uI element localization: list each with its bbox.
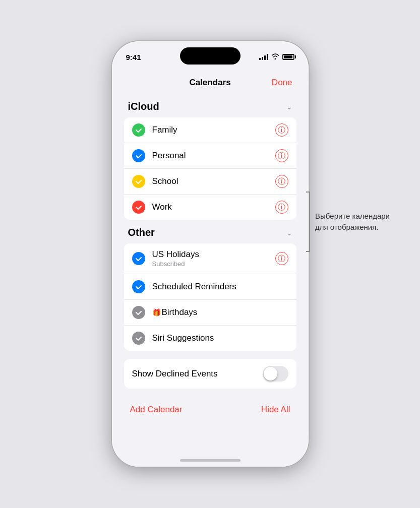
calendar-item-family[interactable]: Family ⓘ xyxy=(124,117,296,143)
family-name: Family xyxy=(152,125,275,135)
callout-bracket xyxy=(306,192,310,252)
done-button[interactable]: Done xyxy=(272,78,292,88)
calendar-item-us-holidays[interactable]: US Holidays Subscribed ⓘ xyxy=(124,243,296,274)
modal-header: Calendars Done xyxy=(118,70,303,94)
calendar-item-birthdays[interactable]: 🎁Birthdays xyxy=(124,300,296,326)
icloud-section-title: iCloud xyxy=(128,101,159,112)
family-info-button[interactable]: ⓘ xyxy=(275,123,288,137)
us-holidays-name: US Holidays xyxy=(152,249,275,260)
calendar-item-school[interactable]: School ⓘ xyxy=(124,169,296,195)
battery-icon xyxy=(282,54,294,60)
calendar-item-scheduled-reminders[interactable]: Scheduled Reminders xyxy=(124,274,296,300)
toggle-thumb xyxy=(264,367,277,380)
modal-title: Calendars xyxy=(189,78,230,88)
status-bar: 9:41 xyxy=(112,41,309,66)
scheduled-reminders-name: Scheduled Reminders xyxy=(152,282,288,292)
bottom-bar: Add Calendar Hide All xyxy=(118,397,303,425)
other-section: Other ⌄ US Holidays Subscribed xyxy=(118,220,303,351)
school-name: School xyxy=(152,176,275,186)
modal-sheet: Calendars Done iCloud ⌄ xyxy=(118,70,303,467)
gift-icon: 🎁 xyxy=(152,308,161,316)
icloud-section-header[interactable]: iCloud ⌄ xyxy=(118,94,303,117)
school-check xyxy=(132,175,145,188)
personal-check xyxy=(132,149,145,162)
other-section-header[interactable]: Other ⌄ xyxy=(118,220,303,243)
show-declined-label: Show Declined Events xyxy=(132,369,218,379)
status-time: 9:41 xyxy=(126,53,141,61)
calendar-item-siri-suggestions[interactable]: Siri Suggestions xyxy=(124,326,296,351)
us-holidays-subtitle: Subscribed xyxy=(152,260,275,268)
show-declined-events-row[interactable]: Show Declined Events xyxy=(124,359,296,389)
scheduled-reminders-check xyxy=(132,280,145,293)
work-check xyxy=(132,201,145,214)
work-name: Work xyxy=(152,202,275,212)
callout-text: Выберите календаридля отображения. xyxy=(315,211,390,233)
status-icons xyxy=(259,53,294,61)
personal-info-button[interactable]: ⓘ xyxy=(275,149,288,162)
signal-icon xyxy=(259,54,268,60)
calendar-item-personal[interactable]: Personal ⓘ xyxy=(124,143,296,169)
callout: Выберите календаридля отображения. xyxy=(306,192,390,252)
add-calendar-button[interactable]: Add Calendar xyxy=(130,405,183,415)
birthdays-check xyxy=(132,306,145,319)
hide-all-button[interactable]: Hide All xyxy=(261,405,290,415)
school-info-button[interactable]: ⓘ xyxy=(275,175,288,188)
home-indicator xyxy=(180,459,241,462)
wifi-icon xyxy=(271,53,279,61)
us-holidays-info-button[interactable]: ⓘ xyxy=(275,252,288,265)
work-info-button[interactable]: ⓘ xyxy=(275,201,288,214)
us-holidays-check xyxy=(132,252,145,265)
siri-suggestions-check xyxy=(132,332,145,345)
phone-frame: 9:41 Calendars xyxy=(112,41,309,467)
show-declined-toggle[interactable] xyxy=(263,366,288,382)
scroll-area[interactable]: iCloud ⌄ Family ⓘ xyxy=(118,94,303,467)
other-chevron-icon: ⌄ xyxy=(286,229,292,237)
calendar-item-work[interactable]: Work ⓘ xyxy=(124,195,296,220)
other-section-title: Other xyxy=(128,227,155,238)
siri-suggestions-name: Siri Suggestions xyxy=(152,333,288,343)
personal-name: Personal xyxy=(152,151,275,161)
icloud-calendar-group: Family ⓘ Personal ⓘ xyxy=(124,117,296,220)
content-area: Calendars Done iCloud ⌄ xyxy=(112,66,309,467)
icloud-chevron-icon: ⌄ xyxy=(286,103,292,111)
birthdays-name: 🎁Birthdays xyxy=(152,307,288,318)
icloud-section: iCloud ⌄ Family ⓘ xyxy=(118,94,303,220)
other-calendar-group: US Holidays Subscribed ⓘ Scheduled Rem xyxy=(124,243,296,351)
family-check xyxy=(132,123,145,137)
